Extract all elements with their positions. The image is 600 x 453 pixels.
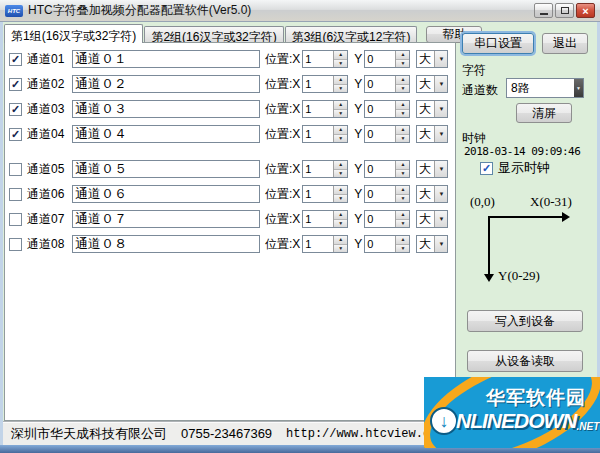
spinner-down-icon[interactable]: ▼ [334, 195, 347, 203]
window-title: HTC字符叠加视频分配器配置软件(Ver5.0) [28, 2, 251, 19]
channel-enable-checkbox[interactable]: ✓ [9, 188, 22, 201]
x-position-input[interactable] [303, 126, 333, 142]
spinner-up-icon[interactable]: ▲ [396, 236, 409, 245]
y-position-input[interactable] [365, 161, 395, 177]
spinner-up-icon[interactable]: ▲ [396, 186, 409, 195]
spinner-down-icon[interactable]: ▼ [334, 110, 347, 118]
x-position-input[interactable] [303, 51, 333, 67]
channel-text-input[interactable] [72, 125, 260, 143]
channel-text-input[interactable] [72, 100, 260, 118]
font-size-dropdown[interactable]: 大 ▼ [416, 160, 448, 178]
read-from-device-button[interactable]: 从设备读取 [467, 350, 583, 372]
spinner-up-icon[interactable]: ▲ [396, 211, 409, 220]
channel-label: 通道03 [27, 101, 71, 118]
font-size-dropdown[interactable]: 大 ▼ [416, 50, 448, 68]
spinner-down-icon[interactable]: ▼ [334, 245, 347, 253]
font-size-dropdown[interactable]: 大 ▼ [416, 100, 448, 118]
channel-enable-checkbox[interactable]: ✓ [9, 103, 22, 116]
channel-text-input[interactable] [72, 185, 260, 203]
font-size-value: 大 [417, 126, 434, 143]
y-position-input[interactable] [365, 236, 395, 252]
spinner-down-icon[interactable]: ▼ [334, 135, 347, 143]
maximize-button[interactable] [555, 3, 574, 18]
spinner-buttons: ▲ ▼ [395, 161, 409, 177]
check-icon: ✓ [11, 54, 20, 65]
x-position-input[interactable] [303, 76, 333, 92]
spinner-up-icon[interactable]: ▲ [396, 51, 409, 60]
channel-text-input[interactable] [72, 160, 260, 178]
spinner-down-icon[interactable]: ▼ [396, 85, 409, 93]
channel-text-input[interactable] [72, 235, 260, 253]
spinner-up-icon[interactable]: ▲ [396, 101, 409, 110]
x-position-input[interactable] [303, 211, 333, 227]
channel-label: 通道04 [27, 126, 71, 143]
check-icon: ✓ [11, 129, 20, 140]
status-phone: 0755-23467369 [181, 426, 272, 441]
spinner-up-icon[interactable]: ▲ [334, 51, 347, 60]
spinner-up-icon[interactable]: ▲ [396, 76, 409, 85]
write-to-device-button[interactable]: 写入到设备 [467, 310, 583, 332]
position-y-label: Y [354, 162, 362, 176]
spinner-down-icon[interactable]: ▼ [396, 60, 409, 68]
close-button[interactable]: × [576, 3, 595, 18]
spinner-down-icon[interactable]: ▼ [334, 85, 347, 93]
font-size-dropdown[interactable]: 大 ▼ [416, 125, 448, 143]
channel-row: ✓ 通道01 位置:X ▲ ▼ Y ▲ ▼ 大 ▼ [9, 49, 455, 69]
spinner-down-icon[interactable]: ▼ [396, 170, 409, 178]
spinner-up-icon[interactable]: ▲ [334, 186, 347, 195]
spinner-up-icon[interactable]: ▲ [334, 211, 347, 220]
x-position-input[interactable] [303, 186, 333, 202]
spinner-down-icon[interactable]: ▼ [396, 220, 409, 228]
spinner-up-icon[interactable]: ▲ [334, 161, 347, 170]
spinner-down-icon[interactable]: ▼ [334, 170, 347, 178]
font-size-value: 大 [417, 101, 434, 118]
spinner-down-icon[interactable]: ▼ [334, 60, 347, 68]
channel-enable-checkbox[interactable]: ✓ [9, 213, 22, 226]
channel-enable-checkbox[interactable]: ✓ [9, 128, 22, 141]
x-position-spinner: ▲ ▼ [302, 160, 348, 178]
spinner-buttons: ▲ ▼ [395, 236, 409, 252]
x-position-input[interactable] [303, 161, 333, 177]
spinner-up-icon[interactable]: ▲ [396, 126, 409, 135]
channel-enable-checkbox[interactable]: ✓ [9, 53, 22, 66]
position-y-label: Y [354, 212, 362, 226]
spinner-down-icon[interactable]: ▼ [396, 245, 409, 253]
font-size-dropdown[interactable]: 大 ▼ [416, 235, 448, 253]
channel-enable-checkbox[interactable]: ✓ [9, 78, 22, 91]
app-window: HTC HTC字符叠加视频分配器配置软件(Ver5.0) × 第1组(16汉字或… [0, 0, 600, 453]
y-position-input[interactable] [365, 126, 395, 142]
channel-text-input[interactable] [72, 50, 260, 68]
chevron-down-icon: ▼ [434, 101, 447, 117]
y-position-input[interactable] [365, 76, 395, 92]
channel-enable-checkbox[interactable]: ✓ [9, 238, 22, 251]
spinner-up-icon[interactable]: ▲ [334, 236, 347, 245]
channel-row: ✓ 通道02 位置:X ▲ ▼ Y ▲ ▼ 大 ▼ [9, 74, 455, 94]
y-position-input[interactable] [365, 101, 395, 117]
spinner-down-icon[interactable]: ▼ [396, 195, 409, 203]
spinner-down-icon[interactable]: ▼ [334, 220, 347, 228]
tab-group3[interactable]: 第3组(6汉字或12字符) [285, 26, 418, 43]
spinner-up-icon[interactable]: ▲ [334, 76, 347, 85]
channel-text-input[interactable] [72, 75, 260, 93]
channel-text-input[interactable] [72, 210, 260, 228]
font-size-dropdown[interactable]: 大 ▼ [416, 75, 448, 93]
font-size-dropdown[interactable]: 大 ▼ [416, 185, 448, 203]
position-y-label: Y [354, 77, 362, 91]
spinner-up-icon[interactable]: ▲ [396, 161, 409, 170]
spinner-buttons: ▲ ▼ [395, 126, 409, 142]
minimize-button[interactable] [534, 3, 553, 18]
tab-group2[interactable]: 第2组(16汉字或32字符) [144, 26, 283, 43]
y-position-input[interactable] [365, 51, 395, 67]
channel-enable-checkbox[interactable]: ✓ [9, 163, 22, 176]
spinner-up-icon[interactable]: ▲ [334, 126, 347, 135]
x-position-input[interactable] [303, 101, 333, 117]
y-position-input[interactable] [365, 211, 395, 227]
spinner-down-icon[interactable]: ▼ [396, 135, 409, 143]
spinner-up-icon[interactable]: ▲ [334, 101, 347, 110]
tab-group1[interactable]: 第1组(16汉字或32字符) [4, 24, 143, 43]
y-position-input[interactable] [365, 186, 395, 202]
chevron-down-icon: ▼ [434, 211, 447, 227]
font-size-dropdown[interactable]: 大 ▼ [416, 210, 448, 228]
spinner-down-icon[interactable]: ▼ [396, 110, 409, 118]
x-position-input[interactable] [303, 236, 333, 252]
